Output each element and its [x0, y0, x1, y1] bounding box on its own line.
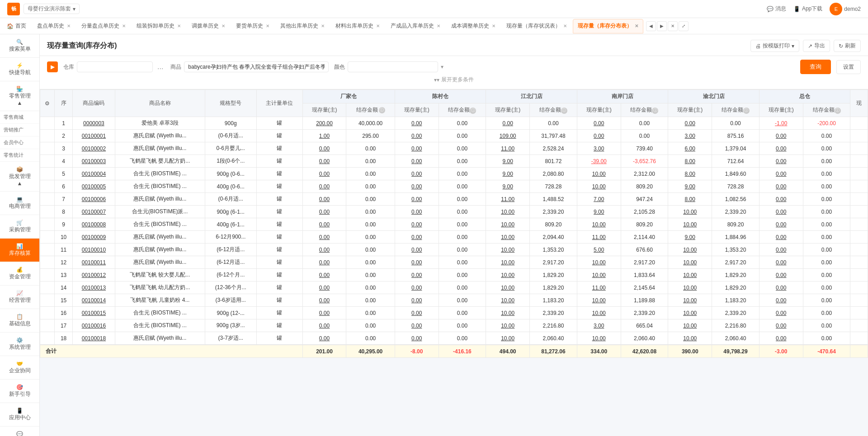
table-cell[interactable]: 10.00: [486, 244, 530, 256]
table-cell[interactable]: 10.00: [486, 319, 530, 332]
nav-close-btn[interactable]: ✕: [668, 21, 678, 31]
nav-expand-btn[interactable]: ⤢: [679, 21, 689, 31]
table-cell[interactable]: 0.00: [302, 218, 346, 231]
close-tab-stock-dist[interactable]: ✕: [635, 23, 638, 28]
table-cell[interactable]: 00100009: [73, 231, 115, 244]
sidebar-item-ecommerce[interactable]: 💻 电商管理: [0, 192, 39, 215]
sidebar-item-retail-mgmt[interactable]: 🏪 零售管理 ▲: [0, 81, 39, 111]
table-cell[interactable]: 00100016: [73, 319, 115, 332]
industry-select[interactable]: 母婴行业演示陈套 ▾: [24, 4, 80, 14]
table-cell[interactable]: 0.00: [759, 332, 803, 345]
table-cell[interactable]: 0.00: [759, 168, 803, 180]
close-tab-other-out[interactable]: ✕: [321, 23, 325, 28]
tab-home[interactable]: 🏠 首页: [2, 19, 31, 33]
close-tab-transfer[interactable]: ✕: [222, 23, 225, 28]
table-cell[interactable]: 0.00: [395, 155, 439, 168]
table-cell[interactable]: 3.00: [577, 142, 621, 155]
table-cell[interactable]: 0.00: [759, 180, 803, 193]
tab-stock-dist[interactable]: 现存量（库存分布表） ✕: [573, 19, 643, 33]
warehouse-dots-btn[interactable]: ...: [156, 63, 165, 71]
table-cell[interactable]: 0.00: [759, 244, 803, 256]
close-tab-stock-status[interactable]: ✕: [563, 23, 567, 28]
table-cell[interactable]: 0.00: [759, 307, 803, 319]
table-cell[interactable]: 8.00: [668, 168, 712, 180]
table-cell[interactable]: 00100011: [73, 256, 115, 269]
table-cell[interactable]: 00100008: [73, 218, 115, 231]
nav-prev-btn[interactable]: ◀: [646, 21, 656, 31]
info-icon-3[interactable]: ⓘ: [561, 108, 567, 114]
table-cell[interactable]: 0.00: [302, 269, 346, 281]
sidebar-item-wechat[interactable]: 💬 企业微信: [0, 427, 39, 436]
expand-more-btn[interactable]: ▾▾ 展开更多条件: [47, 74, 861, 85]
table-cell[interactable]: 0.00: [395, 294, 439, 307]
table-cell[interactable]: 10.00: [577, 294, 621, 307]
table-cell[interactable]: 0.00: [302, 193, 346, 206]
table-cell[interactable]: 1.00: [302, 130, 346, 142]
close-tab-product-in[interactable]: ✕: [437, 23, 440, 28]
tab-material-out[interactable]: 材料出库单历史 ✕: [330, 19, 385, 33]
table-cell[interactable]: 00100007: [73, 206, 115, 218]
table-cell[interactable]: 0.00: [577, 117, 621, 130]
refresh-btn[interactable]: ↻ 刷新: [834, 40, 861, 52]
table-cell[interactable]: 11.00: [577, 231, 621, 244]
sidebar-item-retail-shop[interactable]: 零售商城: [0, 111, 39, 124]
table-cell[interactable]: 10.00: [577, 180, 621, 193]
info-icon-5[interactable]: ⓘ: [743, 108, 750, 114]
table-cell[interactable]: -39.00: [577, 155, 621, 168]
table-cell[interactable]: 10.00: [486, 218, 530, 231]
table-cell[interactable]: 0.00: [759, 281, 803, 294]
table-cell[interactable]: 9.00: [486, 180, 530, 193]
tab-transfer[interactable]: 调拨单历史 ✕: [187, 19, 230, 33]
info-icon-1[interactable]: ⓘ: [379, 107, 385, 113]
sidebar-item-guide[interactable]: 🎯 新手引导: [0, 380, 39, 403]
table-cell[interactable]: -1.00: [759, 117, 803, 130]
table-cell[interactable]: 00100015: [73, 307, 115, 319]
table-cell[interactable]: 00100014: [73, 294, 115, 307]
sidebar-item-quick-nav[interactable]: ⚡ 快捷导航: [0, 58, 39, 81]
print-btn[interactable]: 🖨 按模版打印 ▾: [750, 40, 799, 52]
export-btn[interactable]: ↗ 导出: [803, 40, 830, 52]
close-tab-inventory-count[interactable]: ✕: [67, 23, 71, 28]
table-cell[interactable]: 8.00: [668, 193, 712, 206]
sidebar-item-inventory[interactable]: 📊 库存核算: [0, 239, 39, 262]
table-cell[interactable]: 10.00: [577, 256, 621, 269]
sidebar-item-finance[interactable]: 💰 资金管理: [0, 262, 39, 286]
table-cell[interactable]: 0.00: [395, 269, 439, 281]
tab-partial-count[interactable]: 分量盘点单历史 ✕: [76, 19, 131, 33]
sidebar-item-marketing[interactable]: 营销推广: [0, 124, 39, 136]
table-cell[interactable]: 9.00: [668, 180, 712, 193]
table-cell[interactable]: 9.00: [486, 168, 530, 180]
table-cell[interactable]: 0.00: [395, 206, 439, 218]
table-cell[interactable]: 0.00: [395, 244, 439, 256]
table-cell[interactable]: 10.00: [486, 281, 530, 294]
query-btn[interactable]: 查询: [800, 60, 831, 74]
table-cell[interactable]: 00100002: [73, 142, 115, 155]
close-tab-purchase-order[interactable]: ✕: [266, 23, 269, 28]
sidebar-item-search[interactable]: 🔍 搜索英单: [0, 34, 39, 58]
table-cell[interactable]: 10.00: [486, 256, 530, 269]
table-cell[interactable]: 10.00: [486, 206, 530, 218]
table-cell[interactable]: 10.00: [668, 244, 712, 256]
table-cell[interactable]: 0.00: [759, 193, 803, 206]
table-cell[interactable]: 0.00: [395, 218, 439, 231]
table-cell[interactable]: 00100004: [73, 168, 115, 180]
table-cell[interactable]: 0.00: [395, 231, 439, 244]
table-cell[interactable]: 0.00: [759, 130, 803, 142]
table-cell[interactable]: 0.00: [759, 206, 803, 218]
table-cell[interactable]: 0.00: [302, 142, 346, 155]
table-cell[interactable]: 10.00: [486, 332, 530, 345]
table-cell[interactable]: 10.00: [668, 206, 712, 218]
table-cell[interactable]: 10.00: [668, 307, 712, 319]
table-cell[interactable]: 9.00: [668, 231, 712, 244]
table-cell[interactable]: 0.00: [302, 256, 346, 269]
table-cell[interactable]: 0.00: [577, 130, 621, 142]
table-cell[interactable]: 9.00: [486, 155, 530, 168]
table-cell[interactable]: 3.00: [668, 130, 712, 142]
sidebar-item-app-center[interactable]: 📱 应用中心: [0, 403, 39, 427]
tab-other-out[interactable]: 其他出库单历史 ✕: [275, 19, 330, 33]
table-cell[interactable]: 0.00: [302, 231, 346, 244]
nav-next-btn[interactable]: ▶: [657, 21, 667, 31]
app-download-action[interactable]: 📱 App下载: [793, 5, 822, 13]
table-cell[interactable]: 0.00: [759, 319, 803, 332]
table-cell[interactable]: 0.00: [759, 218, 803, 231]
